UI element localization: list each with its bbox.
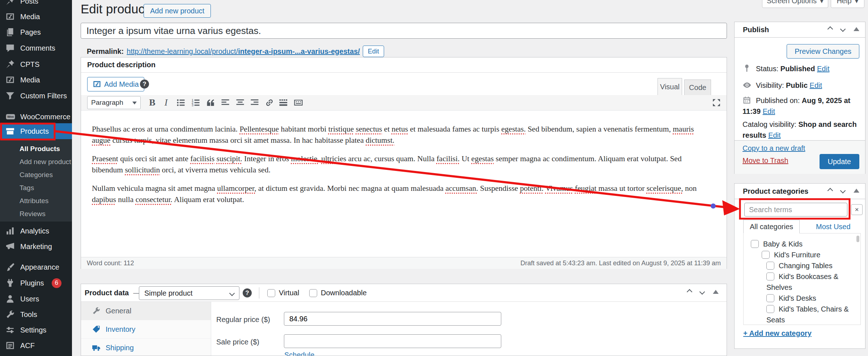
- help-button[interactable]: Help▾: [831, 0, 864, 8]
- catalog-visibility-row: Catalog visibility: Shop and search resu…: [743, 119, 859, 141]
- edit-visibility-link[interactable]: Edit: [810, 81, 822, 89]
- sidebar-item-media[interactable]: Media: [0, 9, 72, 25]
- edit-status-link[interactable]: Edit: [817, 65, 829, 73]
- category-checkbox[interactable]: [766, 273, 774, 280]
- tab-shipping[interactable]: Shipping: [81, 339, 211, 356]
- sidebar-item-settings[interactable]: Settings: [0, 322, 72, 338]
- sidebar-item-media-2[interactable]: Media: [0, 72, 72, 88]
- insert-link-button[interactable]: [263, 96, 276, 109]
- copy-to-draft-link[interactable]: Copy to a new draft: [743, 144, 805, 153]
- comment-icon: [5, 43, 15, 53]
- bold-icon: B: [149, 97, 155, 108]
- move-down-icon[interactable]: [840, 188, 846, 194]
- move-down-icon[interactable]: [840, 26, 846, 32]
- acf-icon: [5, 341, 15, 350]
- move-to-trash-link[interactable]: Move to Trash: [743, 156, 788, 165]
- caret-down-icon: [132, 102, 137, 107]
- edit-catalog-visibility-link[interactable]: Edit: [768, 131, 780, 139]
- editor-content[interactable]: Phasellus ac eros at urna condimentum la…: [81, 111, 727, 257]
- bulleted-list-button[interactable]: [174, 96, 188, 109]
- collapse-icon[interactable]: [854, 27, 859, 31]
- product-title-input[interactable]: [81, 23, 727, 39]
- category-checkbox[interactable]: [751, 240, 759, 248]
- align-left-button[interactable]: [218, 96, 232, 109]
- sidebar-item-plugins[interactable]: Plugins6: [0, 275, 72, 291]
- sidebar-item-cpts[interactable]: CPTS: [0, 56, 72, 72]
- sidebar-item-acf[interactable]: ACF: [0, 338, 72, 353]
- downloadable-checkbox[interactable]: [309, 289, 317, 297]
- preview-changes-button[interactable]: Preview Changes: [787, 44, 859, 59]
- pin-icon: [5, 0, 15, 6]
- italic-button[interactable]: I: [159, 96, 173, 109]
- panel-title: Publish: [735, 22, 865, 38]
- permalink-row: Permalink: http://theme-learning.local/p…: [87, 46, 384, 57]
- keyboard-icon: [293, 98, 303, 108]
- category-search-input[interactable]: [744, 203, 847, 216]
- move-up-icon[interactable]: [827, 188, 833, 194]
- submenu-categories[interactable]: Categories: [0, 168, 72, 181]
- paragraph-style-select[interactable]: Paragraph: [87, 96, 141, 109]
- clear-search-button[interactable]: ×: [851, 204, 863, 215]
- virtual-checkbox[interactable]: [267, 289, 275, 297]
- submenu-add-new-product[interactable]: Add new product: [0, 155, 72, 168]
- keyboard-shortcuts-button[interactable]: [292, 96, 305, 109]
- sidebar-item-woocommerce[interactable]: WooWooCommerce: [0, 109, 72, 125]
- category-checkbox[interactable]: [762, 251, 770, 259]
- permalink-link[interactable]: http://theme-learning.local/product/inte…: [127, 47, 360, 56]
- screen-options-button[interactable]: Screen Options▾: [762, 0, 828, 8]
- blockquote-button[interactable]: [204, 96, 217, 109]
- align-center-button[interactable]: [233, 96, 247, 109]
- move-up-icon[interactable]: [827, 26, 833, 32]
- sidebar-item-users[interactable]: Users: [0, 291, 72, 307]
- paintbrush-icon: [5, 262, 15, 272]
- align-right-button[interactable]: [248, 96, 261, 109]
- move-down-icon[interactable]: [699, 289, 705, 295]
- submenu-all-products[interactable]: All Products: [0, 142, 72, 155]
- fullscreen-button[interactable]: [710, 96, 723, 109]
- numbered-list-button[interactable]: [189, 96, 203, 109]
- schedule-link[interactable]: Schedule: [284, 351, 314, 356]
- tab-inventory[interactable]: Inventory: [81, 320, 211, 339]
- sidebar-item-pages[interactable]: Pages: [0, 24, 72, 40]
- category-checkbox[interactable]: [766, 294, 774, 302]
- add-media-button[interactable]: Add Media: [87, 77, 144, 91]
- submenu-tags[interactable]: Tags: [0, 181, 72, 194]
- category-checklist[interactable]: Baby & Kids Kid's Furniture Changing Tab…: [743, 233, 861, 325]
- collapse-icon[interactable]: [713, 290, 719, 294]
- sidebar-item-appearance[interactable]: Appearance: [0, 259, 72, 275]
- add-new-category-link[interactable]: + Add new category: [743, 329, 812, 338]
- edit-published-link[interactable]: Edit: [763, 107, 775, 115]
- update-button[interactable]: Update: [820, 154, 860, 169]
- tab-most-used[interactable]: Most Used: [816, 223, 851, 231]
- category-checkbox[interactable]: [766, 262, 774, 270]
- tab-general[interactable]: General: [81, 302, 211, 320]
- sidebar-item-marketing[interactable]: Marketing: [0, 239, 72, 254]
- submenu-attributes[interactable]: Attributes: [0, 194, 72, 207]
- collapse-icon[interactable]: [854, 189, 859, 193]
- sidebar-item-tools[interactable]: Tools: [0, 306, 72, 322]
- help-icon[interactable]: ?: [140, 80, 149, 89]
- read-more-button[interactable]: [276, 96, 290, 109]
- category-checkbox[interactable]: [766, 305, 774, 313]
- sidebar-item-analytics[interactable]: Analytics: [0, 223, 72, 239]
- sidebar-item-products[interactable]: Products: [0, 123, 72, 139]
- help-icon[interactable]: ?: [243, 288, 252, 297]
- add-new-product-button[interactable]: Add new product: [144, 4, 211, 18]
- edit-permalink-button[interactable]: Edit: [363, 46, 384, 57]
- tab-visual[interactable]: Visual: [658, 78, 682, 95]
- sidebar-item-comments[interactable]: Comments: [0, 40, 72, 56]
- sidebar-item-custom-filters[interactable]: Custom Filters: [0, 88, 72, 104]
- submenu-reviews[interactable]: Reviews: [0, 207, 72, 220]
- regular-price-input[interactable]: [284, 312, 501, 326]
- sale-price-input[interactable]: [284, 334, 501, 348]
- tab-all-categories[interactable]: All categories: [743, 220, 800, 233]
- scrollbar-thumb[interactable]: [856, 236, 859, 242]
- tab-code[interactable]: Code: [684, 80, 711, 95]
- bold-button[interactable]: B: [145, 96, 159, 109]
- pin-icon: [5, 60, 15, 69]
- panel-controls: [828, 27, 859, 31]
- product-type-select[interactable]: Simple product: [139, 286, 239, 300]
- move-up-icon[interactable]: [687, 289, 693, 295]
- sidebar-item-posts[interactable]: Posts: [0, 0, 72, 9]
- wrench-icon: [5, 310, 15, 319]
